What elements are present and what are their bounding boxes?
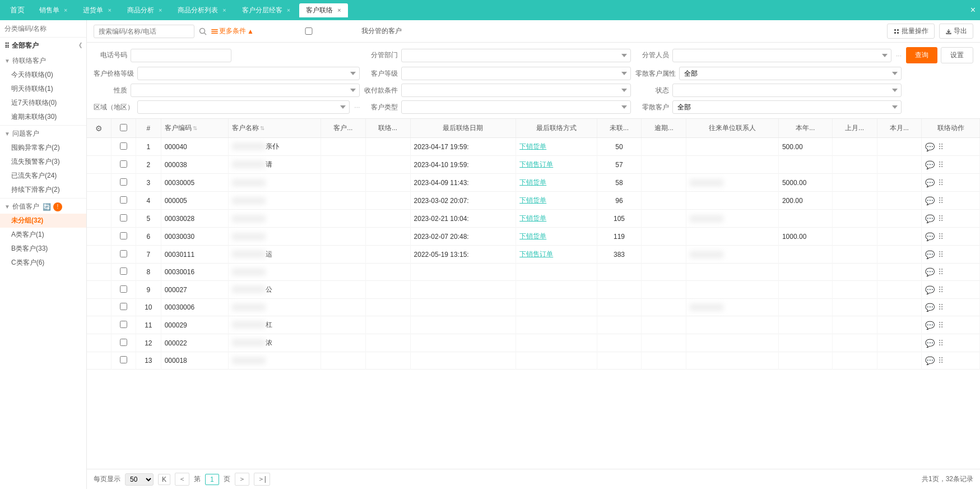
next-page-btn[interactable]: ＞ [235, 473, 249, 486]
grid-icon[interactable]: ⠿ [938, 321, 944, 330]
grid-icon[interactable]: ⠿ [938, 160, 944, 169]
tab-purchase[interactable]: 进货单 × [76, 3, 118, 17]
contact-method-link[interactable]: 下销售订单 [519, 250, 553, 258]
row-checkbox[interactable] [120, 356, 127, 363]
close-tab-sales[interactable]: × [64, 7, 67, 13]
close-tab-customer-contact[interactable]: × [337, 7, 341, 13]
customer-level-select[interactable] [401, 67, 630, 80]
sidebar-item-today[interactable]: 今天待联络(0) [0, 68, 86, 82]
grid-icon[interactable]: ⠿ [938, 303, 944, 312]
row-checkbox[interactable] [120, 250, 127, 257]
chat-icon[interactable]: 💬 [925, 250, 935, 259]
contact-method-link[interactable]: 下销货单 [519, 196, 546, 204]
manager-more-btn[interactable]: ··· [896, 52, 902, 59]
global-close-button[interactable]: × [970, 5, 976, 15]
grid-icon[interactable]: ⠿ [938, 285, 944, 294]
chat-icon[interactable]: 💬 [925, 196, 935, 205]
sidebar-item-class-c[interactable]: C类客户(6) [0, 256, 86, 270]
batch-ops-button[interactable]: 批量操作 [887, 24, 935, 39]
grid-icon[interactable]: ⠿ [938, 356, 944, 365]
sidebar-item-churn-warning[interactable]: 流失预警客户(3) [0, 155, 86, 169]
region-select[interactable] [137, 100, 350, 114]
grid-icon[interactable]: ⠿ [938, 339, 944, 348]
chat-icon[interactable]: 💬 [925, 303, 935, 312]
chat-icon[interactable]: 💬 [925, 160, 935, 169]
tab-analysis[interactable]: 商品分析 × [120, 3, 169, 17]
row-checkbox[interactable] [120, 303, 127, 310]
sidebar-item-churned[interactable]: 已流失客户(24) [0, 169, 86, 183]
row-checkbox[interactable] [120, 232, 127, 239]
row-checkbox[interactable] [120, 196, 127, 204]
reset-button[interactable]: 设置 [941, 47, 973, 63]
chat-icon[interactable]: 💬 [925, 232, 935, 241]
grid-icon[interactable]: ⠿ [938, 196, 944, 205]
row-checkbox[interactable] [120, 267, 127, 275]
sidebar-item-ungroup[interactable]: 未分组(32) [0, 214, 86, 228]
problem-customers-group[interactable]: ▼ 问题客户 [0, 127, 86, 141]
prev-page-btn[interactable]: ＜ [175, 473, 189, 486]
value-customers-group[interactable]: ▼ 价值客户 🔄 ! [0, 200, 86, 214]
home-button[interactable]: 首页 [4, 3, 30, 17]
grid-icon[interactable]: ⠿ [938, 178, 944, 187]
settings-icon[interactable]: ⚙ [95, 124, 103, 133]
select-all-checkbox[interactable] [120, 124, 127, 131]
nature-select[interactable] [131, 84, 360, 97]
row-checkbox[interactable] [120, 214, 127, 222]
close-tab-purchase[interactable]: × [108, 7, 111, 13]
sidebar-item-class-b[interactable]: B类客户(33) [0, 242, 86, 256]
tab-customer-contact[interactable]: 客户联络 × [299, 3, 347, 17]
row-checkbox[interactable] [120, 178, 127, 186]
chat-icon[interactable]: 💬 [925, 214, 935, 223]
chat-icon[interactable]: 💬 [925, 321, 935, 330]
more-conditions-btn[interactable]: 更多条件 ▲ [211, 26, 254, 36]
tab-analysis-list[interactable]: 商品分析列表 × [171, 3, 233, 17]
per-page-select[interactable]: 50 100 200 [125, 473, 154, 486]
grid-icon[interactable]: ⠿ [938, 232, 944, 241]
last-page-btn[interactable]: ＞| [254, 473, 270, 486]
search-button[interactable]: 查询 [906, 47, 937, 63]
grid-icon[interactable]: ⠿ [938, 214, 944, 223]
row-checkbox[interactable] [120, 142, 127, 150]
sidebar-item-overdue[interactable]: 逾期未联络(30) [0, 110, 86, 124]
search-input[interactable] [94, 25, 194, 38]
sidebar-item-tomorrow[interactable]: 明天待联络(1) [0, 82, 86, 96]
close-tab-customer-segment[interactable]: × [287, 7, 290, 13]
tab-sales[interactable]: 销售单 × [32, 3, 74, 17]
all-customers-header[interactable]: ⠿ 全部客户 《 [0, 38, 86, 54]
price-level-select[interactable] [137, 67, 360, 80]
customer-type-select[interactable] [401, 100, 630, 114]
row-checkbox[interactable] [120, 321, 127, 328]
my-customers-checkbox[interactable]: 我分管的客户 [258, 26, 402, 36]
contact-method-link[interactable]: 下销售订单 [519, 160, 553, 168]
sidebar-item-declining[interactable]: 持续下滑客户(2) [0, 183, 86, 197]
grid-icon[interactable]: ⠿ [938, 142, 944, 151]
chat-icon[interactable]: 💬 [925, 267, 935, 276]
sidebar-item-hoard[interactable]: 囤购异常客户(2) [0, 141, 86, 155]
pending-contact-group[interactable]: ▼ 待联络客户 [0, 54, 86, 68]
sidebar-collapse-btn[interactable]: 《 [76, 41, 82, 50]
retail-customer-select[interactable]: 全部 [672, 100, 902, 114]
row-checkbox[interactable] [120, 339, 127, 346]
chat-icon[interactable]: 💬 [925, 285, 935, 294]
grid-icon[interactable]: ⠿ [938, 250, 944, 259]
dept-select[interactable] [401, 49, 630, 62]
close-tab-analysis[interactable]: × [159, 7, 162, 13]
sidebar-search-input[interactable] [4, 25, 87, 33]
my-customers-check[interactable] [258, 27, 359, 35]
retail-attr-select[interactable]: 全部 [679, 67, 902, 80]
chat-icon[interactable]: 💬 [925, 356, 935, 365]
contact-method-link[interactable]: 下销货单 [519, 142, 546, 150]
contact-method-link[interactable]: 下销货单 [519, 214, 546, 222]
first-page-btn[interactable]: K [158, 474, 170, 485]
manager-select[interactable] [672, 49, 891, 62]
chat-icon[interactable]: 💬 [925, 339, 935, 348]
tab-customer-segment[interactable]: 客户分层经客 × [235, 3, 297, 17]
chat-icon[interactable]: 💬 [925, 178, 935, 187]
sidebar-item-class-a[interactable]: A类客户(1) [0, 228, 86, 242]
search-bar-icon[interactable] [199, 27, 207, 35]
status-select[interactable] [672, 84, 902, 97]
payment-select[interactable] [401, 84, 630, 97]
row-checkbox[interactable] [120, 285, 127, 293]
chat-icon[interactable]: 💬 [925, 142, 935, 151]
region-more-btn[interactable]: ··· [354, 103, 360, 111]
